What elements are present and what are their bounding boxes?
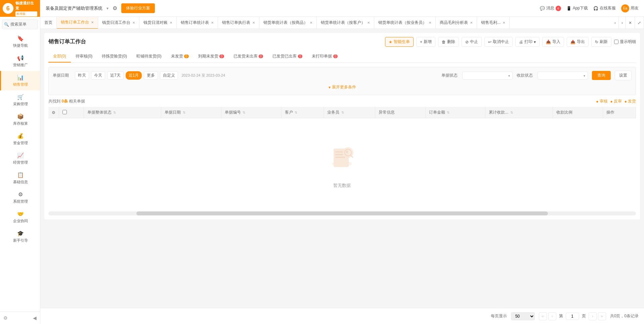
col-settings[interactable]: ⚙ xyxy=(48,107,59,118)
tab-maximize-button[interactable]: ⤢ xyxy=(635,17,644,29)
sidebar-item-system[interactable]: ⚙ 系统管理 xyxy=(0,188,40,207)
page-number-input[interactable] xyxy=(566,313,579,320)
col-status[interactable]: 单据整体状态 ⇅ xyxy=(84,107,161,118)
col-number[interactable]: 单据编号 ⇅ xyxy=(221,107,282,118)
filter-tab-pending-review[interactable]: 待审核(0) xyxy=(71,51,97,63)
import-button[interactable]: 📥 导入 xyxy=(542,37,564,47)
sidebar-item-guide[interactable]: 🎓 新手引导 xyxy=(0,227,40,246)
filter-tab-not-shipped[interactable]: 未发货 0 xyxy=(166,51,194,63)
topbar-settings-icon[interactable]: ⚙ xyxy=(113,5,117,11)
settings-bottom-icon[interactable]: ⚙ xyxy=(3,315,8,321)
expand-filter-button[interactable]: ▾ 展开更多条件 xyxy=(53,83,632,91)
user-menu-button[interactable]: Ea 用友 xyxy=(621,4,639,12)
tab-close-icon[interactable]: ✕ xyxy=(470,21,473,25)
message-button[interactable]: 💬 消息 6 xyxy=(540,5,561,11)
last-page-button[interactable]: » xyxy=(598,312,606,320)
settings-filter-button[interactable]: 设置 xyxy=(615,71,632,80)
show-detail-checkbox[interactable] xyxy=(614,40,618,44)
filter-tab-not-printed[interactable]: 未打印单据 0 xyxy=(307,51,342,63)
tab-label: 商品毛利分析表 xyxy=(440,20,468,26)
app-download-button[interactable]: 📱 App下载 xyxy=(566,5,588,11)
delete-button[interactable]: 🗑 删除 xyxy=(438,37,459,47)
date-more-btn[interactable]: 更多 xyxy=(144,71,158,80)
date-7days-btn[interactable]: 近7天 xyxy=(107,71,124,80)
search-menu-button[interactable]: 🔍 搜索菜单 xyxy=(2,19,38,29)
date-1month-btn[interactable]: 近1月 xyxy=(126,71,142,80)
tab-sales-stat-customer[interactable]: 销货单统计表（按客户） ✕ xyxy=(317,17,374,29)
search-button[interactable]: 查询 xyxy=(592,71,611,80)
sidebar-item-enterprise[interactable]: 🤝 企业协同 xyxy=(0,207,40,227)
sidebar-item-finance[interactable]: 💰 资金管理 xyxy=(0,129,40,149)
stop-button[interactable]: ⊘ 中止 xyxy=(462,37,482,47)
payment-select[interactable] xyxy=(538,72,588,80)
filter-tab-shipped-out[interactable]: 已发货已出库 0 xyxy=(268,51,307,63)
smart-create-button[interactable]: ★ 智能生单 xyxy=(385,37,414,47)
tab-prev-button[interactable]: ‹ xyxy=(612,17,619,29)
review-action-button[interactable]: ● 审核 xyxy=(596,98,607,104)
dropdown-arrow-icon[interactable]: ▾ xyxy=(106,6,109,11)
tab-cash-reconcile[interactable]: 钱货日清对账 ✕ xyxy=(139,17,177,29)
tab-sales-more[interactable]: 销售毛利... ✕ xyxy=(477,17,510,29)
filter-tab-shipped-not-out[interactable]: 已发货未出库 0 xyxy=(229,51,268,63)
tab-close-icon[interactable]: ✕ xyxy=(367,21,370,25)
filter-tab-overdue[interactable]: 到期未发货 0 xyxy=(194,51,229,63)
collapse-icon[interactable]: ◀ xyxy=(33,315,37,321)
print-button[interactable]: 🖨 打印 ▾ xyxy=(515,37,540,47)
sidebar-item-label: 快捷导航 xyxy=(13,43,28,48)
tab-close-icon[interactable]: ✕ xyxy=(503,21,505,25)
sidebar-item-sales[interactable]: 📊 销售管理 xyxy=(0,71,40,90)
add-button[interactable]: + 新增 xyxy=(416,37,435,47)
tab-home[interactable]: 首页 xyxy=(40,17,57,29)
prev-page-button[interactable]: ‹ xyxy=(548,312,556,320)
tab-sales-workbench[interactable]: 销售订单工作台 ✕ xyxy=(57,17,98,29)
tab-close-icon[interactable]: ✕ xyxy=(310,21,312,25)
col-customer[interactable]: 客户 ⇅ xyxy=(281,107,324,118)
first-page-button[interactable]: « xyxy=(539,312,547,320)
next-page-button[interactable]: › xyxy=(589,312,597,320)
sidebar-item-quick-nav[interactable]: 🔖 快捷导航 xyxy=(0,32,40,51)
online-service-button[interactable]: 🎧 在线客服 xyxy=(593,5,616,11)
tab-close-all-button[interactable]: ✕ xyxy=(626,17,635,29)
date-custom-btn[interactable]: 自定义 xyxy=(160,71,178,80)
tab-sales-stat-product[interactable]: 销货单统计表（按商品） ✕ xyxy=(259,17,317,29)
tab-sales-margin[interactable]: 商品毛利分析表 ✕ xyxy=(436,17,477,29)
ship-action-button[interactable]: ● 发货 xyxy=(625,98,636,104)
tab-cash-daily[interactable]: 钱货日清工作台 ✕ xyxy=(98,17,139,29)
col-date[interactable]: 单据日期 ⇅ xyxy=(161,107,221,118)
tab-next-button[interactable]: › xyxy=(619,17,626,29)
filter-tab-pending-check[interactable]: 待拣货验货(0) xyxy=(97,51,132,63)
export-button[interactable]: 📤 导出 xyxy=(567,37,589,47)
status-select[interactable] xyxy=(462,72,513,80)
select-all-checkbox[interactable] xyxy=(62,110,67,114)
tab-close-icon[interactable]: ✕ xyxy=(132,21,135,25)
date-yesterday-btn[interactable]: 昨天 xyxy=(75,71,89,80)
tab-close-icon[interactable]: ✕ xyxy=(91,21,94,24)
date-today-btn[interactable]: 今天 xyxy=(91,71,105,80)
col-collected[interactable]: 累计收款... ⇅ xyxy=(485,107,553,118)
print-dropdown-icon: ▾ xyxy=(534,40,536,44)
sidebar-item-inventory[interactable]: 📦 库存核算 xyxy=(0,110,40,129)
sidebar-item-marketing[interactable]: 📢 营销推广 xyxy=(0,51,40,71)
cancel-stop-button[interactable]: ↩ 取消中止 xyxy=(484,37,513,47)
page-size-select[interactable]: 50 100 200 xyxy=(511,312,535,320)
tab-close-icon[interactable]: ✕ xyxy=(211,21,214,25)
uncheck-action-button[interactable]: ● 反审 xyxy=(610,98,622,104)
show-detail-toggle[interactable]: 显示明细 xyxy=(614,39,636,45)
tab-sales-stat-staff[interactable]: 销货单统计表（按业务员） ✕ xyxy=(374,17,436,29)
tab-sales-stat[interactable]: 销售订单统计表 ✕ xyxy=(177,17,218,29)
horizontal-scrollbar[interactable] xyxy=(48,211,636,215)
refresh-button[interactable]: ↻ 刷新 xyxy=(591,37,611,47)
filter-tab-wangpu[interactable]: 旺铺待发货(0) xyxy=(132,51,166,63)
sidebar-item-basic[interactable]: 📋 基础信息 xyxy=(0,168,40,188)
tab-close-icon[interactable]: ✕ xyxy=(252,21,255,25)
col-staff[interactable]: 业务员 ⇅ xyxy=(324,107,375,118)
tab-close-icon[interactable]: ✕ xyxy=(429,21,431,25)
svg-rect-4 xyxy=(335,157,345,158)
tab-sales-exec[interactable]: 销售订单执行表 ✕ xyxy=(218,17,259,29)
industry-button[interactable]: 体验行业方案 xyxy=(121,3,155,13)
filter-tab-all[interactable]: 全部(0) xyxy=(48,51,71,63)
sidebar-item-purchase[interactable]: 🛒 采购管理 xyxy=(0,90,40,110)
sidebar-item-operation[interactable]: 📈 经营管理 xyxy=(0,149,40,168)
col-amount[interactable]: 订单金额 ⇅ xyxy=(425,107,485,118)
tab-close-icon[interactable]: ✕ xyxy=(170,21,172,25)
